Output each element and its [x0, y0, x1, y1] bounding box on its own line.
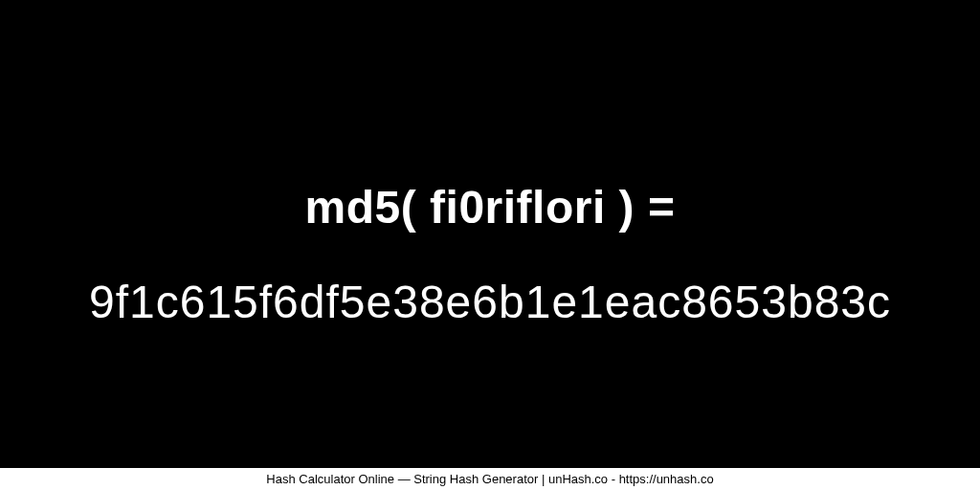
footer-attribution: Hash Calculator Online — String Hash Gen… [0, 468, 980, 490]
hash-result: 9f1c615f6df5e38e6b1e1eac8653b83c [89, 276, 891, 328]
hash-expression: md5( fi0riflori ) = [305, 181, 676, 234]
hash-display: md5( fi0riflori ) = 9f1c615f6df5e38e6b1e… [89, 181, 891, 328]
